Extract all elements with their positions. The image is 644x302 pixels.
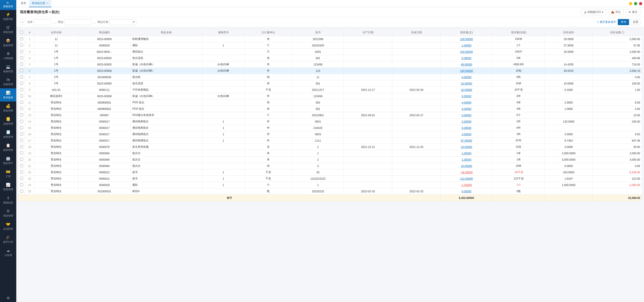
row-exp-date [392, 55, 441, 61]
row-checkbox[interactable] [18, 118, 25, 125]
row-qty-main[interactable]: 10.00000 [441, 144, 492, 150]
row-qty-main[interactable]: 3.00000 [441, 131, 492, 137]
row-qty-main[interactable]: 0.00000 [441, 125, 492, 131]
sidebar-item-quicknav[interactable]: ⚡ 快捷导航 [0, 10, 16, 23]
row-checkbox[interactable] [18, 169, 25, 176]
row-qty-main[interactable]: 122.00000 [441, 176, 492, 182]
sidebar-item-invoice[interactable]: 🧾 发票管理 [0, 128, 16, 141]
row-checkbox[interactable] [18, 49, 25, 55]
search-nav-prev[interactable]: › [20, 20, 25, 25]
row-checkbox[interactable] [18, 131, 25, 137]
row-checkbox[interactable] [18, 93, 25, 99]
sidebar-item-tax[interactable]: 📋 税务管理 [0, 141, 16, 154]
row-qty-main[interactable]: 10.00000 [441, 87, 492, 93]
row-prod-date: 2021-12-21 [344, 144, 392, 150]
sidebar-settings[interactable]: ⚙ [0, 294, 16, 302]
goods-input[interactable] [64, 19, 92, 25]
ecommerce-small-icon: 🖥 [6, 52, 10, 56]
warehouse-input[interactable] [34, 19, 52, 25]
sidebar-item-cloud[interactable]: ☁ 云应用 [0, 246, 16, 259]
export-button[interactable]: 📤 导出 [608, 9, 624, 15]
row-checkbox[interactable] [18, 182, 25, 188]
row-spec [202, 112, 244, 118]
sidebar-item-purchase[interactable]: 🛍 采购管理 [0, 75, 16, 88]
select-all-checkbox[interactable] [20, 31, 23, 34]
row-qty-main[interactable]: 0.00000 [441, 74, 492, 80]
row-amount: 0.00 [592, 163, 642, 169]
th-exp-date: 失效日期 [392, 29, 441, 36]
query-button[interactable]: 查询 [618, 19, 629, 25]
row-checkbox[interactable] [18, 74, 25, 80]
display-button[interactable]: 👁 展示 [626, 9, 640, 15]
row-qty-main[interactable]: 100.00000 [441, 49, 492, 55]
sidebar-item-wholesale[interactable]: 📦 批发管理 [0, 36, 16, 49]
tab-close-icon[interactable]: ✕ [46, 2, 49, 5]
sidebar-item-basic[interactable]: ℹ 基础信息 [0, 194, 16, 207]
sidebar-item-guide[interactable]: 🎓 新手引导 [0, 233, 16, 246]
sidebar-item-ecommerce[interactable]: 💻 电商管理 [0, 62, 16, 75]
category-select[interactable] [109, 19, 136, 25]
row-checkbox[interactable] [18, 87, 25, 93]
row-checkbox[interactable] [18, 61, 25, 68]
sidebar-item-management[interactable]: 📈 经营管理 [0, 180, 16, 194]
sidebar-item-system[interactable]: ⚙ 系统管理 [0, 207, 16, 220]
row-qty-main[interactable]: 49.60000 [441, 61, 492, 68]
sidebar-item-collab[interactable]: 🤝 企业协同 [0, 220, 16, 233]
row-qty-main[interactable]: 0.00000 [441, 188, 492, 195]
row-warehouse: 营业销仓 [34, 106, 78, 112]
row-checkbox[interactable] [18, 36, 25, 42]
row-checkbox[interactable] [18, 137, 25, 144]
tab-home[interactable]: 首页 [18, 0, 29, 7]
sidebar-item-ecommerce-small[interactable]: 🖥 小蜡电商 [0, 49, 16, 62]
row-qty-main[interactable]: 1.00000 [441, 157, 492, 163]
row-qty-main[interactable]: 100.00000 [441, 36, 492, 42]
th-checkbox[interactable] [18, 29, 25, 36]
row-qty-main[interactable]: 100.00000 [441, 68, 492, 74]
window-minimize[interactable] [629, 2, 632, 5]
row-qty-main[interactable]: 1.00000 [441, 42, 492, 49]
row-checkbox[interactable] [18, 125, 25, 131]
row-qty-main[interactable]: 0.00000 [441, 112, 492, 118]
sidebar-item-ledger[interactable]: 📒 总账管理 [0, 115, 16, 128]
table-row: 24 营业销仓 0000029 展际 1 个 1 -1.00000 -1个 1,… [18, 182, 642, 188]
window-maximize[interactable] [634, 2, 637, 5]
row-spec [202, 49, 244, 55]
row-qty-main[interactable]: 10.00000 [441, 163, 492, 169]
row-checkbox[interactable] [18, 157, 25, 163]
row-qty-main[interactable]: 10.00000 [441, 80, 492, 87]
row-checkbox[interactable] [18, 176, 25, 182]
row-checkbox[interactable] [18, 144, 25, 150]
settings-icon[interactable]: ⚙ [6, 296, 10, 300]
sidebar-item-inventory[interactable]: 📊 库存核算 [0, 88, 16, 101]
row-qty-pkg: 0件 [492, 125, 545, 131]
row-qty-main[interactable]: 0.00000 [441, 93, 492, 99]
row-checkbox[interactable] [18, 68, 25, 74]
sidebar-search[interactable]: 🔍 搜索菜单 [0, 0, 16, 10]
sidebar-item-finance[interactable]: 💰 资金管理 [0, 101, 16, 115]
print-button[interactable]: 🖨 按模板打印 ▾ [581, 9, 606, 15]
row-checkbox[interactable] [18, 106, 25, 112]
row-qty-main[interactable]: 1.00000 [441, 150, 492, 157]
row-qty-main[interactable]: -1.00000 [441, 182, 492, 188]
row-qty-main[interactable]: 4.00000 [441, 99, 492, 106]
row-checkbox[interactable] [18, 42, 25, 49]
sidebar-item-retail[interactable]: 🛒 零售管理 [0, 23, 16, 36]
tab-inventory-batch[interactable]: 库存批次查 ✕ [29, 0, 51, 7]
expand-conditions-btn[interactable]: ∨ 展开更多条件 [597, 20, 616, 24]
sidebar-item-assets[interactable]: 🏢 固定资产 [0, 154, 16, 167]
sidebar-item-payroll[interactable]: 💳 工资 [0, 167, 16, 180]
row-checkbox[interactable] [18, 55, 25, 61]
row-checkbox[interactable] [18, 163, 25, 169]
row-checkbox[interactable] [18, 112, 25, 118]
window-close[interactable] [639, 2, 642, 5]
row-checkbox[interactable] [18, 99, 25, 106]
row-qty-main[interactable]: 4.00000 [441, 106, 492, 112]
row-qty-main[interactable]: -16.00000 [441, 169, 492, 176]
row-qty-main[interactable]: 0.00000 [441, 55, 492, 61]
row-checkbox[interactable] [18, 188, 25, 195]
settings-button[interactable]: 设置 [631, 19, 640, 25]
row-checkbox[interactable] [18, 80, 25, 87]
row-qty-main[interactable]: 2.00000 [441, 118, 492, 125]
row-checkbox[interactable] [18, 150, 25, 157]
row-qty-main[interactable]: 87.00000 [441, 137, 492, 144]
